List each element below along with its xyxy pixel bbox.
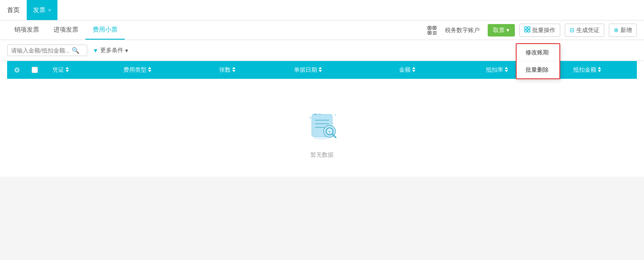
qr-code-icon[interactable] bbox=[427, 25, 437, 35]
search-input[interactable] bbox=[11, 47, 69, 54]
take-invoice-button[interactable]: 取票 ▾ bbox=[488, 24, 515, 37]
svg-text:✦: ✦ bbox=[309, 116, 312, 120]
svg-rect-3 bbox=[434, 27, 435, 28]
th-amount[interactable]: 金额 bbox=[358, 66, 457, 74]
tab-sales-invoice[interactable]: 销项发票 bbox=[7, 20, 46, 40]
batch-op-dropdown: 修改账期 批量删除 bbox=[516, 43, 560, 79]
count-sort-icon bbox=[232, 67, 236, 73]
tax-account-button[interactable]: 税务数字账户 bbox=[441, 26, 483, 34]
th-expense-type[interactable]: 费用类型 bbox=[78, 66, 196, 74]
svg-text:?: ? bbox=[328, 130, 331, 134]
svg-rect-7 bbox=[434, 31, 435, 32]
empty-state-label: 暂无数据 bbox=[310, 151, 334, 159]
filter-icon: ▼ bbox=[93, 47, 98, 54]
tab-purchase-invoice[interactable]: 进项发票 bbox=[46, 20, 86, 40]
svg-rect-10 bbox=[436, 31, 436, 32]
amount-sort-icon bbox=[412, 67, 416, 73]
home-tab[interactable]: 首页 bbox=[0, 0, 27, 20]
empty-state: ? ✦ ✦ ✦ 暂无数据 bbox=[7, 79, 637, 177]
sub-nav-actions: 税务数字账户 取票 ▾ 批量操作 修改账期 批量删除 bbox=[427, 24, 637, 37]
svg-rect-18 bbox=[528, 30, 530, 32]
svg-rect-14 bbox=[436, 34, 436, 35]
th-count[interactable]: 张数 bbox=[196, 66, 258, 74]
select-all-checkbox[interactable] bbox=[32, 67, 38, 73]
batch-op-icon bbox=[524, 26, 530, 34]
date-sort-icon bbox=[318, 67, 322, 73]
deduct-sort-icon bbox=[598, 67, 601, 73]
batch-op-wrap: 批量操作 修改账期 批量删除 bbox=[519, 24, 560, 37]
svg-text:✦: ✦ bbox=[334, 114, 337, 117]
invoice-tab-label: 发票 bbox=[33, 6, 45, 14]
svg-rect-1 bbox=[429, 27, 430, 28]
search-icon: 🔍 bbox=[72, 47, 79, 54]
top-nav: 首页 发票 × bbox=[0, 0, 644, 20]
svg-rect-12 bbox=[433, 34, 434, 35]
modify-period-item[interactable]: 修改账期 bbox=[517, 44, 559, 61]
voucher-icon: ⊟ bbox=[570, 27, 575, 33]
generate-voucher-button[interactable]: ⊟ 生成凭证 bbox=[565, 24, 604, 37]
svg-rect-6 bbox=[433, 31, 434, 32]
search-input-wrap[interactable]: 🔍 bbox=[7, 45, 87, 56]
svg-rect-15 bbox=[525, 27, 527, 29]
more-filter-button[interactable]: ▼ 更多条件 ▾ bbox=[93, 46, 128, 54]
invoice-tab-close[interactable]: × bbox=[48, 7, 51, 13]
th-voucher[interactable]: 凭证 bbox=[43, 66, 78, 74]
add-icon: ⊕ bbox=[614, 27, 619, 33]
sub-nav: 销项发票 进项发票 费用小票 bbox=[0, 20, 644, 40]
voucher-sort-icon bbox=[65, 67, 69, 73]
svg-rect-17 bbox=[525, 30, 527, 32]
svg-rect-5 bbox=[429, 32, 430, 33]
svg-rect-13 bbox=[434, 34, 435, 35]
svg-text:✦: ✦ bbox=[332, 122, 334, 125]
empty-state-icon: ? ✦ ✦ ✦ bbox=[302, 106, 342, 146]
svg-rect-11 bbox=[436, 32, 436, 33]
type-sort-icon bbox=[148, 67, 151, 73]
svg-rect-8 bbox=[433, 32, 434, 33]
tab-expense-receipt[interactable]: 费用小票 bbox=[86, 20, 125, 40]
th-gear[interactable]: ⚙ bbox=[7, 66, 27, 74]
th-checkbox[interactable] bbox=[27, 67, 43, 73]
sub-nav-tabs: 销项发票 进项发票 费用小票 bbox=[7, 20, 125, 40]
invoice-tab[interactable]: 发票 × bbox=[27, 0, 57, 20]
svg-rect-16 bbox=[528, 27, 530, 29]
settings-icon[interactable]: ⚙ bbox=[14, 66, 20, 74]
add-button[interactable]: ⊕ 新增 bbox=[609, 24, 637, 37]
batch-delete-item[interactable]: 批量删除 bbox=[517, 61, 559, 78]
svg-rect-9 bbox=[434, 32, 435, 33]
rate-sort-icon bbox=[505, 67, 508, 73]
th-date[interactable]: 单据日期 bbox=[258, 66, 358, 74]
batch-op-button[interactable]: 批量操作 bbox=[519, 24, 560, 37]
